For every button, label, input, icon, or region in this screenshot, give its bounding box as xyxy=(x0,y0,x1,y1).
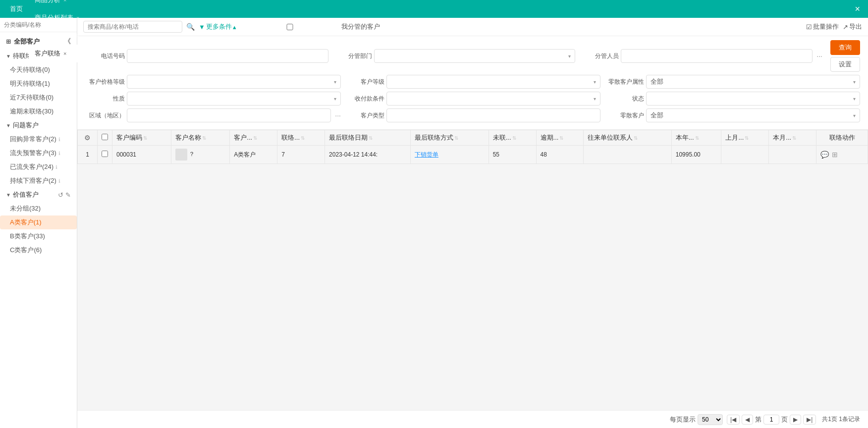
scatter-label: 零散客户 xyxy=(604,111,644,120)
sidebar-item-0-1[interactable]: 明天待联络(1) xyxy=(0,77,77,91)
customer-level-chev: ▾ xyxy=(594,79,596,85)
chat-icon[interactable]: 💬 xyxy=(820,151,829,159)
sidebar-item-1-0[interactable]: 回购异常客户(2)ℹ xyxy=(0,132,77,146)
last-page-btn[interactable]: ▶| xyxy=(803,415,816,425)
person-input[interactable] xyxy=(621,49,813,63)
th-name-sort[interactable]: ⇅ xyxy=(202,135,206,141)
sidebar-item-label: C类客户(6) xyxy=(10,246,42,255)
sidebar-item-2-0[interactable]: 未分组(32) xyxy=(0,202,77,215)
area-dots[interactable]: ··· xyxy=(335,111,341,119)
more-conditions-btn[interactable]: ▼ 更多条件 ▴ xyxy=(199,22,236,31)
table-footer: 每页显示 50 100 200 |◀ ◀ 第 页 ▶ ▶| 共1页 1条记录 xyxy=(77,410,868,428)
status-select[interactable]: ▾ xyxy=(646,92,860,106)
select-all-checkbox[interactable] xyxy=(102,134,108,140)
export-btn[interactable]: ↗ 导出 xyxy=(843,22,862,31)
sidebar-item-0-0[interactable]: 今天待联络(0) xyxy=(0,63,77,77)
th-checkbox xyxy=(98,130,112,146)
sidebar-item-2-2[interactable]: B类客户(33) xyxy=(0,229,77,243)
filter-col-dept: 分管部门 ▾ xyxy=(332,49,576,63)
nav-tabs: 销售单×进货单×商品分析×商品分析列表×客户分层经营×客户联络× xyxy=(29,0,85,62)
th-this-month-sort[interactable]: ⇅ xyxy=(792,135,796,141)
sidebar-item-0-3[interactable]: 逾期未联络(30) xyxy=(0,105,77,118)
customer-level-select[interactable]: ▾ xyxy=(386,75,600,89)
phone-input[interactable] xyxy=(127,49,328,63)
tab-close-btn[interactable]: × xyxy=(63,51,66,56)
sidebar-group-2[interactable]: ▼价值客户↺✎ xyxy=(0,188,77,202)
th-last-method-sort[interactable]: ⇅ xyxy=(454,135,458,141)
filter-search-input[interactable] xyxy=(83,21,182,33)
info-icon: ℹ xyxy=(58,137,60,142)
nav-tab-客户分层经营[interactable]: 客户分层经营× xyxy=(29,27,85,45)
nav-home[interactable]: 首页 xyxy=(4,4,29,13)
th-code: 客户编码 ⇅ xyxy=(112,130,171,146)
th-contact-count: 联络... ⇅ xyxy=(277,130,325,146)
price-level-select[interactable]: ▾ xyxy=(127,75,341,89)
sidebar-item-1-1[interactable]: 流失预警客户(3)ℹ xyxy=(0,146,77,160)
group-label-text: 价值客户 xyxy=(13,190,39,199)
th-last-month-sort[interactable]: ⇅ xyxy=(745,135,749,141)
refresh-icon[interactable]: ↺ xyxy=(58,191,63,199)
th-contact-person-sort[interactable]: ⇅ xyxy=(634,135,638,141)
filter-search-icon[interactable]: 🔍 xyxy=(186,23,195,31)
th-this-year-sort[interactable]: ⇅ xyxy=(695,135,699,141)
edit-icon[interactable]: ✎ xyxy=(65,191,71,199)
th-uncontact-sort[interactable]: ⇅ xyxy=(512,135,516,141)
group-label-text: 问题客户 xyxy=(13,121,39,130)
sidebar-item-2-3[interactable]: C类客户(6) xyxy=(0,243,77,257)
tab-close-btn[interactable]: × xyxy=(76,15,79,21)
close-all-icon[interactable]: × xyxy=(851,4,864,14)
page-size-select[interactable]: 50 100 200 xyxy=(698,414,723,425)
sidebar-item-1-2[interactable]: 已流失客户(24)ℹ xyxy=(0,160,77,174)
batch-op-btn[interactable]: ☑ 批量操作 xyxy=(806,22,839,31)
query-btn[interactable]: 查询 xyxy=(830,40,860,55)
gear-btn[interactable]: ⚙ xyxy=(84,134,91,142)
last-contact-method-link[interactable]: 下销货单 xyxy=(415,151,438,158)
first-page-btn[interactable]: |◀ xyxy=(727,415,740,425)
prev-page-btn[interactable]: ◀ xyxy=(742,415,753,425)
customer-level-label: 客户等级 xyxy=(345,78,384,86)
more-conditions-arrow: ▴ xyxy=(233,23,236,31)
tab-close-btn[interactable]: × xyxy=(63,0,66,3)
th-customer-level-sort[interactable]: ⇅ xyxy=(253,135,257,141)
sidebar-item-1-3[interactable]: 持续下滑客户(2)ℹ xyxy=(0,174,77,188)
batch-op-label: 批量操作 xyxy=(813,22,839,31)
sidebar-item-label: 流失预警客户(3) xyxy=(10,149,56,158)
page-suffix: 页 xyxy=(781,415,788,424)
person-dots[interactable]: ··· xyxy=(816,52,822,60)
next-page-btn[interactable]: ▶ xyxy=(790,415,801,425)
sidebar-group-1[interactable]: ▼问题客户 xyxy=(0,118,77,132)
sidebar-item-label: 明天待联络(1) xyxy=(10,79,50,88)
customer-type-select[interactable] xyxy=(386,108,600,122)
scatter-select[interactable]: 全部 ▾ xyxy=(646,108,860,122)
status-label: 状态 xyxy=(604,95,644,103)
th-last-date-sort[interactable]: ⇅ xyxy=(369,135,373,141)
area-input[interactable] xyxy=(127,108,331,122)
my-customers-checkbox[interactable] xyxy=(240,24,339,30)
main-layout: 🔍 ⊞ 全部客户 《 ▼待联络客户今天待联络(0)明天待联络(1)近7天待联络(… xyxy=(0,18,868,428)
dept-select[interactable]: ▾ xyxy=(374,49,576,63)
page-number-input[interactable] xyxy=(763,415,779,425)
th-code-sort[interactable]: ⇅ xyxy=(143,135,147,141)
nav-tab-客户联络[interactable]: 客户联络× xyxy=(29,45,85,62)
setting-btn[interactable]: 设置 xyxy=(830,57,860,72)
filter-col-customer-level: 客户等级 ▾ xyxy=(345,75,600,89)
qr-icon[interactable]: ⊞ xyxy=(832,151,838,159)
nav-tab-商品分析列表[interactable]: 商品分析列表× xyxy=(29,9,85,27)
sidebar-item-2-1[interactable]: A类客户(1) xyxy=(0,215,77,229)
sidebar-item-0-2[interactable]: 近7天待联络(0) xyxy=(0,91,77,105)
th-uncontact-label: 未联... xyxy=(493,133,511,142)
scatter-attr-select[interactable]: 全部 ▾ xyxy=(646,75,860,89)
info-icon: ℹ xyxy=(58,151,60,156)
cell-uncontact-days: 55 xyxy=(488,146,536,164)
th-contact-count-sort[interactable]: ⇅ xyxy=(301,135,305,141)
cell-last-month xyxy=(721,146,769,164)
nav-tab-商品分析[interactable]: 商品分析× xyxy=(29,0,85,9)
th-gear[interactable]: ⚙ xyxy=(78,130,98,146)
tab-close-btn[interactable]: × xyxy=(76,33,79,39)
table-header-row: ⚙ 客户编码 ⇅ 客户名称 xyxy=(78,130,868,146)
th-customer-level: 客户... ⇅ xyxy=(230,130,277,146)
row-checkbox[interactable] xyxy=(102,151,108,157)
th-overdue-sort[interactable]: ⇅ xyxy=(559,135,563,141)
nature-select[interactable]: ▾ xyxy=(127,92,341,106)
payment-select[interactable]: ▾ xyxy=(386,92,600,106)
